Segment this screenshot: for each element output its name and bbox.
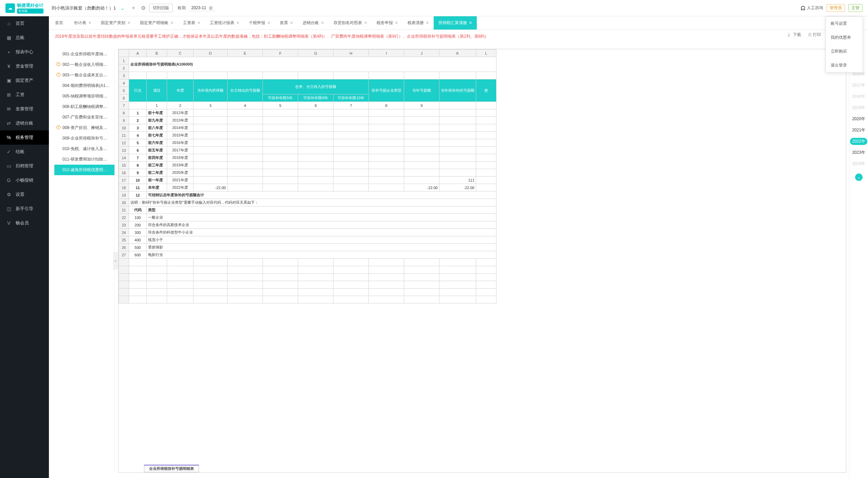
chevron-down-icon: ⌄ xyxy=(121,5,125,11)
logo-text: 畅捷通好会计 xyxy=(17,2,43,8)
period-picker[interactable]: 2023-11 ▦ xyxy=(188,5,215,11)
account-selector[interactable]: 刘小艳演示账套（勿删勿动！）1 ⌄ xyxy=(52,5,129,11)
logo: ☁ 畅捷通好会计 专业版 xyxy=(5,2,49,14)
role-supervisor[interactable]: 主管 xyxy=(848,4,863,12)
top-header: ☁ 畅捷通好会计 专业版 刘小艳演示账套（勿删勿动！）1 ⌄ ＋ ⚙ 切到旧版 … xyxy=(0,0,868,16)
calendar-icon: ▦ xyxy=(209,5,213,10)
role-admin[interactable]: 管理员 xyxy=(827,4,845,12)
switch-old-button[interactable]: 切到旧版 xyxy=(149,4,173,12)
logo-icon: ☁ xyxy=(5,3,15,13)
top-right-group: 🎧 人工咨询 管理员 主管 xyxy=(800,4,863,12)
period-label: 账期 xyxy=(178,5,186,11)
period-value-text: 2023-11 xyxy=(191,5,206,10)
logo-edition: 专业版 xyxy=(17,8,43,14)
top-icon-group: ＋ ⚙ xyxy=(131,4,146,12)
account-name: 刘小艳演示账套（勿删勿动！）1 xyxy=(52,5,116,11)
headset-icon: 🎧 xyxy=(800,6,806,11)
plus-icon[interactable]: ＋ xyxy=(131,4,136,12)
consult-button[interactable]: 🎧 人工咨询 xyxy=(800,5,823,11)
consult-label: 人工咨询 xyxy=(807,5,823,11)
gear-icon[interactable]: ⚙ xyxy=(141,5,146,11)
